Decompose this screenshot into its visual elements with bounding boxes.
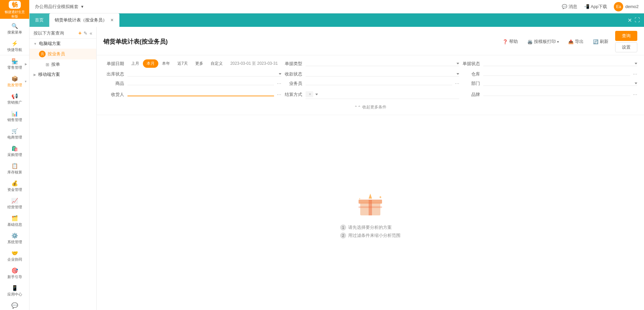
sidebar-item-label: 库存核算 <box>7 170 22 175</box>
retail-icon: 🏪 <box>11 58 18 64</box>
receipt-status-select[interactable] <box>306 72 460 76</box>
collapse-label: 收起更多条件 <box>362 104 386 110</box>
brand-input[interactable] <box>483 93 630 96</box>
sidebar-item-inventory[interactable]: 📋 库存核算 <box>0 160 29 177</box>
tab-close-icon[interactable]: ✕ <box>110 18 114 22</box>
dept-label: 部门 <box>459 81 483 87</box>
date-btn-this-month[interactable]: 本月 <box>143 59 158 68</box>
user-menu[interactable]: Ea demo2 <box>614 2 639 11</box>
sidebar-item-label: 电商管理 <box>7 135 22 140</box>
dept-select[interactable] <box>483 81 637 86</box>
sidebar-item-retail[interactable]: 🏪 零售管理 ▶ <box>0 55 29 73</box>
query-button[interactable]: 查询 <box>615 31 637 41</box>
tree-item-by-staff[interactable]: 员 按业务员 <box>30 49 96 59</box>
date-btn-custom[interactable]: 自定义 <box>207 59 226 68</box>
collapse-more-conditions-button[interactable]: ⌃⌃ 收起更多条件 <box>103 102 637 111</box>
sidebar-item-label: 零售管理 <box>7 65 22 70</box>
sidebar-item-marketing[interactable]: 📢 营销推广 <box>0 90 29 108</box>
receiver-input[interactable] <box>127 93 274 96</box>
receipt-status-label: 收款状态 <box>281 71 306 77</box>
print-label: 按模板打印 <box>534 39 556 45</box>
brand-dots-button[interactable]: ··· <box>633 92 637 98</box>
warehouse-control: ··· <box>483 71 637 77</box>
sidebar-item-newbie[interactable]: 🎯 新手引导 <box>0 265 29 282</box>
warehouse-dots-button[interactable]: ··· <box>633 71 637 77</box>
empty-hint-1: 1 请先选择要分析的方案 <box>340 224 400 230</box>
filter-row-1: 单据日期 上月 本月 本年 近7天 更多 自定义 2023-03-01 至 20… <box>103 59 637 68</box>
sidebar-item-wholesale[interactable]: 📦 批发管理 ▼ <box>0 73 29 90</box>
out-status-select[interactable] <box>127 72 281 76</box>
brand-label: 品牌 <box>459 92 483 98</box>
refresh-label: 刷新 <box>600 39 608 45</box>
edit-scheme-button[interactable]: ✎ <box>84 31 88 36</box>
tab-sales-stat[interactable]: 销货单统计表（按业务员） ✕ <box>49 13 119 27</box>
tab-window-actions: ✕ ⛶ <box>628 17 644 23</box>
date-btn-more[interactable]: 更多 <box>192 59 207 68</box>
app-download-label: App下载 <box>591 4 607 10</box>
content-area: 按以下方案查询 + ✎ « ▼ 电脑端方案 员 按业务员 ⊞ 按单 <box>30 27 644 310</box>
help-label: 帮助 <box>509 39 518 45</box>
export-button[interactable]: 📤 导出 <box>566 37 586 46</box>
doc-status-control <box>483 61 637 66</box>
chevron-right-icon: ▼ <box>24 80 27 83</box>
staff-input[interactable] <box>306 82 452 85</box>
close-window-button[interactable]: ✕ <box>628 17 632 23</box>
sidebar-logo: 畅 畅捷通好生意 标版 <box>0 0 29 19</box>
receiver-dots-button[interactable]: ··· <box>277 92 281 98</box>
sidebar-item-corp[interactable]: 🤝 企业协同 <box>0 247 29 265</box>
filter-row-2: 出库状态 收款状态 仓库 <box>103 71 637 77</box>
right-panel: 销货单统计表(按业务员) ❓ 帮助 🖨️ 按模板打印 ▾ 📤 导出 <box>97 27 644 310</box>
goods-dots-button[interactable]: ··· <box>277 81 281 87</box>
staff-dots-button[interactable]: ··· <box>455 81 459 87</box>
refresh-button[interactable]: 🔄 刷新 <box>590 37 611 46</box>
sidebar-item-basic[interactable]: 🗂️ 基础信息 <box>0 212 29 230</box>
sidebar: 畅 畅捷通好生意 标版 🔍 搜索菜单 ⚡ 快捷导航 🏪 零售管理 ▶ 📦 批发管… <box>0 0 30 310</box>
receipt-status-control <box>306 72 460 76</box>
warehouse-input[interactable] <box>483 73 630 76</box>
settlement-tag-close[interactable]: × <box>309 92 311 97</box>
doc-type-select[interactable] <box>306 61 460 66</box>
date-btn-last-7days[interactable]: 近7天 <box>174 59 192 68</box>
tab-home-label: 首页 <box>35 17 44 23</box>
header-left: 办公用品行业模拟账套 ▾ <box>35 4 84 10</box>
out-status-label: 出库状态 <box>103 71 127 77</box>
add-scheme-button[interactable]: + <box>78 30 82 36</box>
messages-button[interactable]: 💬 消息 <box>562 4 577 10</box>
doc-status-select[interactable] <box>483 61 637 66</box>
help-button[interactable]: ❓ 帮助 <box>500 37 521 46</box>
tree-item-by-order[interactable]: ⊞ 按单 <box>30 59 96 69</box>
app-download-button[interactable]: 📲 App下载 <box>584 4 607 10</box>
tree-item-desktop[interactable]: ▼ 电脑端方案 <box>30 39 96 49</box>
sidebar-item-system[interactable]: ⚙️ 系统管理 <box>0 230 29 247</box>
dropdown-arrow-icon[interactable]: ▾ <box>81 4 84 9</box>
settings-button[interactable]: 设置 <box>615 42 637 52</box>
collapse-panel-button[interactable]: « <box>90 31 92 36</box>
tree-icon-order: ⊞ <box>46 62 49 67</box>
svg-rect-3 <box>359 206 382 208</box>
inventory-icon: 📋 <box>11 163 18 169</box>
doc-type-control <box>306 61 460 66</box>
staff-label: 业务员 <box>281 81 306 87</box>
basic-icon: 🗂️ <box>11 215 18 221</box>
chevron-down-icon <box>635 83 637 84</box>
tab-home[interactable]: 首页 <box>30 13 49 27</box>
export-icon: 📤 <box>568 39 574 44</box>
date-btn-this-year[interactable]: 本年 <box>158 59 174 68</box>
print-button[interactable]: 🖨️ 按模板打印 ▾ <box>525 37 561 46</box>
sidebar-item-purchase[interactable]: 🛍️ 采购管理 <box>0 143 29 160</box>
date-btn-last-month[interactable]: 上月 <box>127 59 143 68</box>
sidebar-item-search-menu[interactable]: 🔍 搜索菜单 <box>0 20 29 38</box>
goods-input[interactable] <box>127 82 274 85</box>
settlement-label: 结算方式 <box>281 92 306 98</box>
maximize-window-button[interactable]: ⛶ <box>635 17 640 23</box>
sidebar-item-operations[interactable]: 📈 经营管理 <box>0 195 29 212</box>
settlement-select[interactable]: × <box>306 90 460 99</box>
sidebar-item-wechat[interactable]: 💬 企业微信 <box>0 300 29 310</box>
sidebar-item-finance[interactable]: 💰 资金管理 <box>0 177 29 195</box>
sidebar-item-sales[interactable]: 📊 销售管理 <box>0 108 29 125</box>
sidebar-item-ecommerce[interactable]: 🛒 电商管理 <box>0 125 29 143</box>
finance-icon: 💰 <box>11 180 18 187</box>
sidebar-item-quick-nav[interactable]: ⚡ 快捷导航 <box>0 38 29 55</box>
sidebar-item-appcenter[interactable]: 📱 应用中心 <box>0 282 29 300</box>
tree-item-mobile[interactable]: ▶ 移动端方案 <box>30 69 96 80</box>
